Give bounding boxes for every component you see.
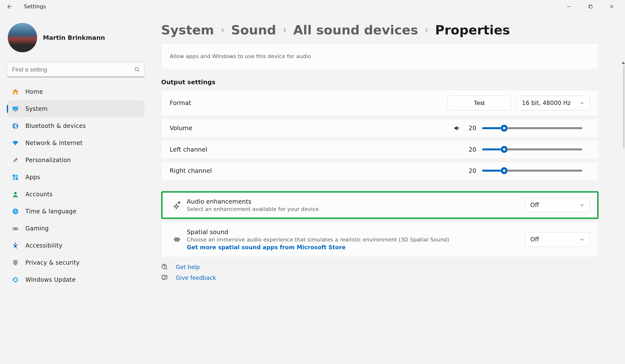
sidebar-item-accessibility[interactable]: Accessibility (7, 237, 145, 254)
spatial-sound-card[interactable]: Spatial sound Choose an immersive audio … (161, 222, 599, 257)
left-channel-slider[interactable] (482, 149, 582, 150)
volume-label: Volume (170, 124, 192, 132)
update-icon (11, 276, 20, 284)
feedback-icon (161, 274, 168, 281)
give-feedback-link[interactable]: Give feedback (176, 275, 216, 281)
sidebar-item-label: Accounts (25, 191, 53, 198)
svg-point-11 (14, 192, 17, 195)
accessibility-icon (11, 242, 20, 250)
sidebar-item-label: Windows Update (25, 276, 76, 283)
test-button[interactable]: Test (447, 96, 511, 110)
right-channel-card: Right channel 20 (161, 162, 599, 180)
sidebar: Martin Brinkmann Home System Bluetooth &… (0, 13, 151, 364)
maximize-button[interactable] (580, 2, 601, 11)
sidebar-item-apps[interactable]: Apps (7, 169, 145, 185)
audio-enh-value: Off (530, 202, 539, 209)
sidebar-item-label: Privacy & security (25, 259, 80, 266)
breadcrumb-all-sound-devices[interactable]: All sound devices (293, 23, 418, 38)
avatar (8, 23, 37, 52)
format-label: Format (170, 99, 191, 106)
right-channel-label: Right channel (170, 167, 212, 174)
give-feedback-row[interactable]: Give feedback (161, 274, 599, 281)
output-settings-heading: Output settings (161, 79, 599, 86)
breadcrumb-sound[interactable]: Sound (231, 23, 276, 38)
sidebar-item-label: Bluetooth & devices (25, 122, 86, 129)
back-button[interactable] (4, 2, 14, 11)
gamepad-icon (11, 224, 20, 233)
search-input-wrapper[interactable] (7, 62, 145, 77)
window-controls (558, 2, 623, 11)
chevron-down-icon (580, 101, 585, 105)
svg-rect-4 (13, 107, 18, 110)
sidebar-item-network[interactable]: Network & internet (7, 135, 145, 151)
system-icon (11, 105, 20, 113)
svg-point-15 (16, 228, 17, 229)
audio-enh-dropdown[interactable]: Off (525, 198, 590, 212)
right-slider-thumb[interactable] (500, 167, 508, 174)
svg-rect-5 (14, 111, 16, 111)
sparkle-icon (170, 201, 184, 209)
left-slider-thumb[interactable] (500, 146, 508, 153)
audio-enh-title: Audio enhancements (187, 198, 522, 205)
svg-point-19 (164, 267, 164, 268)
sidebar-item-gaming[interactable]: Gaming (7, 220, 145, 237)
scrollbar-up-arrow-icon[interactable] (621, 61, 625, 64)
breadcrumb-system[interactable]: System (161, 23, 214, 38)
soundwave-icon (170, 235, 184, 244)
home-icon (11, 88, 20, 96)
svg-point-2 (135, 67, 138, 71)
close-button[interactable] (601, 2, 623, 11)
minimize-button[interactable] (558, 2, 580, 11)
svg-rect-1 (590, 6, 592, 8)
format-dropdown[interactable]: 16 bit, 48000 Hz (516, 96, 590, 110)
profile-block[interactable]: Martin Brinkmann (7, 23, 145, 61)
sidebar-item-home[interactable]: Home (7, 84, 145, 100)
chevron-down-icon (580, 203, 585, 208)
spatial-store-link[interactable]: Get more spatial sound apps from Microso… (187, 244, 522, 250)
volume-card: Volume 20 (161, 119, 599, 137)
chevron-right-icon (282, 28, 287, 33)
volume-value: 20 (467, 124, 476, 132)
bluetooth-icon (11, 122, 20, 130)
profile-name: Martin Brinkmann (43, 34, 105, 41)
svg-point-16 (17, 229, 18, 229)
chevron-right-icon (424, 28, 429, 33)
allow-apps-card[interactable]: Allow apps and Windows to use this devic… (161, 43, 599, 69)
audio-enhancements-card[interactable]: Audio enhancements Select an enhancement… (161, 191, 599, 219)
sidebar-item-personalization[interactable]: Personalization (7, 152, 145, 168)
speaker-icon[interactable] (453, 124, 461, 132)
sidebar-item-label: System (25, 105, 48, 112)
sidebar-item-label: Home (25, 88, 43, 95)
sidebar-item-label: Time & language (25, 208, 76, 215)
svg-rect-7 (13, 175, 15, 177)
clock-globe-icon (11, 207, 20, 215)
chevron-down-icon (580, 237, 585, 242)
svg-rect-10 (16, 178, 18, 180)
right-channel-slider[interactable] (482, 170, 582, 172)
maximize-icon (588, 4, 593, 9)
spatial-dropdown[interactable]: Off (525, 232, 590, 247)
left-channel-value: 20 (467, 146, 476, 153)
volume-slider[interactable] (482, 127, 582, 129)
scrollbar-thumb[interactable] (623, 65, 625, 149)
sidebar-item-system[interactable]: System (7, 101, 145, 117)
sidebar-item-privacy[interactable]: Privacy & security (7, 254, 145, 271)
sidebar-item-update[interactable]: Windows Update (7, 272, 145, 288)
format-card: Format Test 16 bit, 48000 Hz (161, 90, 599, 116)
chevron-right-icon (220, 28, 225, 33)
volume-slider-thumb[interactable] (500, 124, 508, 132)
allow-apps-desc: Allow apps and Windows to use this devic… (170, 53, 311, 59)
wifi-icon (11, 139, 20, 147)
titlebar: Settings (0, 0, 625, 13)
breadcrumb: System Sound All sound devices Propertie… (161, 23, 601, 38)
get-help-row[interactable]: Get help (161, 263, 599, 271)
sidebar-item-accounts[interactable]: Accounts (7, 186, 145, 203)
right-channel-value: 20 (467, 167, 476, 174)
get-help-link[interactable]: Get help (176, 264, 200, 270)
sidebar-item-time[interactable]: Time & language (7, 203, 145, 220)
search-input[interactable] (12, 66, 131, 73)
left-channel-card: Left channel 20 (161, 140, 599, 159)
format-value: 16 bit, 48000 Hz (522, 100, 570, 106)
paintbrush-icon (11, 156, 20, 164)
sidebar-item-bluetooth[interactable]: Bluetooth & devices (7, 118, 145, 134)
